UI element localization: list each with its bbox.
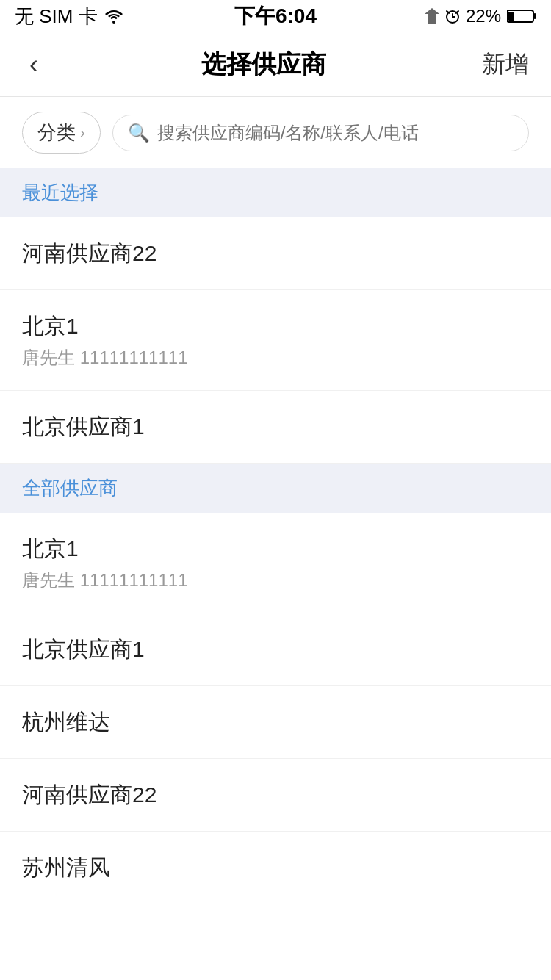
- recent-section-header: 最近选择: [0, 168, 551, 217]
- page-title: 选择供应商: [201, 48, 326, 82]
- item-name: 北京1: [22, 533, 529, 564]
- status-left: 无 SIM 卡: [15, 4, 124, 29]
- search-box: 🔍: [112, 115, 529, 151]
- category-button[interactable]: 分类 ›: [22, 112, 101, 154]
- item-name: 杭州维达: [22, 707, 529, 738]
- list-item[interactable]: 苏州清风: [0, 832, 551, 904]
- item-name: 苏州清风: [22, 852, 529, 883]
- recent-list: 河南供应商22北京1唐先生 11111111111北京供应商1: [0, 217, 551, 464]
- list-item[interactable]: 杭州维达: [0, 686, 551, 759]
- search-input[interactable]: [157, 123, 514, 143]
- battery-percent: 22%: [466, 6, 501, 26]
- search-icon: 🔍: [128, 123, 150, 143]
- nav-bar: ‹ 选择供应商 新增: [0, 32, 551, 97]
- chevron-right-icon: ›: [80, 124, 85, 141]
- item-name: 河南供应商22: [22, 238, 529, 269]
- svg-rect-4: [508, 12, 514, 21]
- filter-bar: 分类 › 🔍: [0, 97, 551, 168]
- item-name: 北京供应商1: [22, 634, 529, 665]
- wifi-icon: [104, 8, 124, 24]
- svg-rect-3: [533, 13, 536, 19]
- list-item[interactable]: 北京1唐先生 11111111111: [0, 290, 551, 391]
- category-label: 分类: [37, 120, 76, 145]
- item-name: 北京1: [22, 311, 529, 342]
- all-list: 北京1唐先生 11111111111北京供应商1杭州维达河南供应商22苏州清风: [0, 513, 551, 904]
- item-name: 北京供应商1: [22, 411, 529, 442]
- item-sub: 唐先生 11111111111: [22, 569, 529, 592]
- item-name: 河南供应商22: [22, 779, 529, 810]
- list-item[interactable]: 北京供应商1: [0, 391, 551, 464]
- location-icon: [425, 8, 439, 24]
- item-sub: 唐先生 11111111111: [22, 346, 529, 370]
- battery-icon: [507, 9, 536, 24]
- back-button[interactable]: ‹: [22, 42, 46, 87]
- list-item[interactable]: 北京供应商1: [0, 613, 551, 686]
- add-button[interactable]: 新增: [482, 48, 529, 81]
- list-item[interactable]: 河南供应商22: [0, 759, 551, 832]
- alarm-icon: [445, 8, 460, 24]
- all-section-header: 全部供应商: [0, 464, 551, 513]
- svg-point-0: [112, 21, 115, 24]
- list-item[interactable]: 北京1唐先生 11111111111: [0, 513, 551, 613]
- status-bar: 无 SIM 卡 下午6:04 22%: [0, 0, 551, 32]
- status-time: 下午6:04: [234, 2, 317, 30]
- recent-section-label: 最近选择: [22, 181, 98, 203]
- status-right: 22%: [425, 6, 536, 26]
- list-item[interactable]: 河南供应商22: [0, 217, 551, 290]
- all-section-label: 全部供应商: [22, 477, 118, 499]
- sim-label: 无 SIM 卡: [15, 4, 98, 29]
